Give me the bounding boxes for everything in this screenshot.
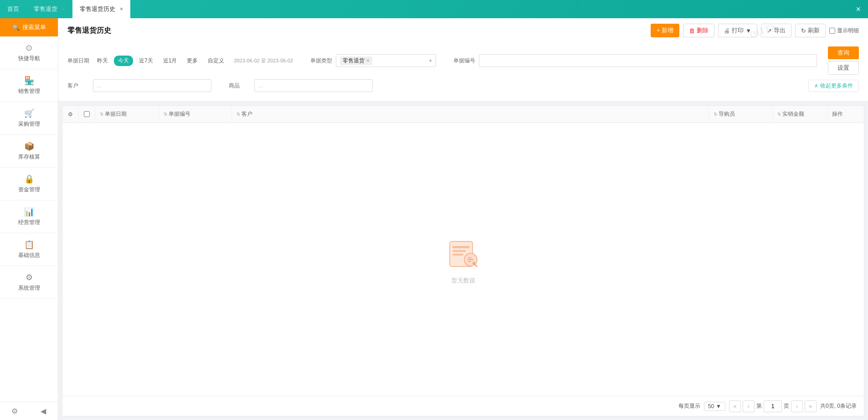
sidebar-search[interactable]: 🔍 搜索菜单 bbox=[0, 18, 58, 36]
sidebar-bottom: ⚙ ◀ bbox=[0, 402, 58, 420]
inventory-icon: 📦 bbox=[24, 141, 34, 151]
layout: 🔍 搜索菜单 ⊙ 快捷导航 🏪 销售管理 🛒 采购管理 📦 库存核算 🔒 bbox=[0, 18, 868, 420]
sidebar-item-inventory[interactable]: 📦 库存核算 bbox=[0, 135, 58, 168]
tab-home[interactable]: 首页 bbox=[0, 0, 26, 18]
sidebar-fold-btn[interactable]: ◀ bbox=[29, 402, 58, 420]
date-7days[interactable]: 近7天 bbox=[135, 56, 157, 66]
first-page-btn[interactable]: « bbox=[729, 400, 741, 412]
refresh-button[interactable]: ↻ 刷新 bbox=[795, 24, 826, 37]
sidebar-items: ⊙ 快捷导航 🏪 销售管理 🛒 采购管理 📦 库存核算 🔒 资金管理 📊 bbox=[0, 36, 58, 402]
th-settings[interactable]: ⚙ bbox=[62, 106, 79, 123]
sidebar-item-quick-nav[interactable]: ⊙ 快捷导航 bbox=[0, 36, 58, 69]
date-custom[interactable]: 自定义 bbox=[204, 56, 228, 66]
settings-button[interactable]: 设置 bbox=[828, 61, 859, 75]
fold-icon: ◀ bbox=[41, 407, 46, 415]
export-icon: ↗ bbox=[767, 27, 772, 34]
page-number-input[interactable] bbox=[764, 400, 782, 412]
next-page-btn[interactable]: › bbox=[791, 400, 803, 412]
customer-placeholder: ... bbox=[97, 82, 102, 89]
page-title: 零售退货历史 bbox=[67, 26, 111, 36]
goods-select[interactable]: ... bbox=[254, 79, 373, 92]
sidebar-item-operations[interactable]: 📊 经营管理 bbox=[0, 200, 58, 233]
date-filter: 昨天 今天 近7天 近1月 更多 自定义 bbox=[93, 56, 228, 66]
sidebar-item-label: 采购管理 bbox=[18, 120, 40, 128]
show-detail-checkbox[interactable]: 显示明细 bbox=[829, 27, 859, 35]
query-button[interactable]: 查询 bbox=[828, 46, 859, 59]
last-page-btn[interactable]: » bbox=[805, 400, 817, 412]
goods-label: 商品 bbox=[229, 82, 252, 90]
prev-page-btn[interactable]: ‹ bbox=[743, 400, 755, 412]
collapse-icon: ∧ bbox=[814, 82, 818, 89]
empty-icon bbox=[445, 235, 482, 271]
date-more[interactable]: 更多 bbox=[183, 56, 202, 66]
th-customer[interactable]: ⇅ 客户 bbox=[232, 106, 709, 123]
sidebar-item-sales[interactable]: 🏪 销售管理 bbox=[0, 69, 58, 102]
filter-row-2: 客户 ... 商品 ... bbox=[67, 79, 859, 92]
doc-num-label: 单据编号 bbox=[453, 57, 476, 65]
tab-retail-return[interactable]: 零售退货 × bbox=[26, 0, 72, 18]
doc-num-input[interactable] bbox=[479, 54, 817, 67]
sidebar-settings-btn[interactable]: ⚙ bbox=[0, 402, 29, 420]
date-range-display: 2023-06-02 至 2023-06-02 bbox=[234, 57, 293, 64]
goods-filter-item: 商品 ... bbox=[229, 79, 373, 92]
page-header: 零售退货历史 + 新增 🗑 删除 🖨 打印 ▼ ↗ bbox=[58, 18, 868, 102]
empty-text: 暂无数据 bbox=[452, 277, 475, 285]
show-detail-input[interactable] bbox=[829, 28, 835, 34]
delete-button[interactable]: 🗑 删除 bbox=[683, 24, 714, 37]
sort-icon-customer: ⇅ bbox=[236, 112, 240, 117]
date-today[interactable]: 今天 bbox=[114, 56, 133, 66]
tab-bar: 首页 零售退货 × 零售退货历史 × bbox=[0, 0, 848, 18]
basic-icon: 📋 bbox=[24, 240, 34, 250]
filter-area: 单据日期 昨天 今天 近7天 近1月 更多 自定义 2023-06-02 至 2… bbox=[67, 42, 859, 101]
purchase-icon: 🛒 bbox=[24, 108, 34, 118]
customer-select[interactable]: ... bbox=[93, 79, 211, 92]
th-checkbox[interactable] bbox=[79, 106, 95, 123]
doc-num-filter-item: 单据编号 bbox=[453, 54, 817, 67]
per-page-label: 每页显示 bbox=[678, 402, 700, 410]
sidebar-item-system[interactable]: ⚙ 系统管理 bbox=[0, 266, 58, 299]
th-amount[interactable]: ⇅ 实销金额 bbox=[773, 106, 827, 123]
page-label: 第 bbox=[756, 402, 762, 410]
doc-type-tag: 零售退货 × bbox=[340, 56, 372, 65]
date-yesterday[interactable]: 昨天 bbox=[93, 56, 112, 66]
print-button[interactable]: 🖨 打印 ▼ bbox=[718, 24, 757, 37]
sidebar-item-basic[interactable]: 📋 基础信息 bbox=[0, 233, 58, 266]
th-date[interactable]: ⇅ 单据日期 bbox=[95, 106, 159, 123]
search-icon: 🔍 bbox=[12, 24, 20, 31]
table-settings-icon: ⚙ bbox=[68, 111, 73, 118]
goods-placeholder: ... bbox=[258, 82, 263, 89]
customer-label: 客户 bbox=[67, 82, 90, 90]
tab-retail-return-history-close[interactable]: × bbox=[120, 6, 123, 12]
tab-retail-return-history[interactable]: 零售退货历史 × bbox=[72, 0, 130, 18]
th-guide[interactable]: ⇅ 导购员 bbox=[709, 106, 773, 123]
doc-type-filter-item: 单据类型 零售退货 × ▾ bbox=[310, 54, 436, 67]
sidebar-item-label: 基础信息 bbox=[18, 251, 40, 259]
new-button[interactable]: + 新增 bbox=[651, 24, 679, 37]
settings-icon: ⚙ bbox=[11, 407, 18, 415]
tab-retail-return-close[interactable]: × bbox=[62, 6, 65, 12]
page-size-select[interactable]: 50 ▼ bbox=[704, 402, 725, 411]
action-buttons: 查询 设置 bbox=[828, 46, 859, 75]
total-text: 共0页, 0条记录 bbox=[820, 402, 857, 410]
svg-rect-2 bbox=[452, 250, 466, 252]
empty-state: 暂无数据 bbox=[62, 123, 864, 396]
date-filter-item: 单据日期 昨天 今天 近7天 近1月 更多 自定义 bbox=[67, 56, 228, 66]
select-all-checkbox[interactable] bbox=[84, 111, 90, 117]
sidebar-item-label: 快捷导航 bbox=[18, 55, 40, 62]
sidebar-item-finance[interactable]: 🔒 资金管理 bbox=[0, 168, 58, 200]
collapse-button[interactable]: ∧ 收起更多条件 bbox=[808, 80, 859, 92]
svg-rect-1 bbox=[452, 246, 470, 248]
per-page-arrow: ▼ bbox=[716, 403, 721, 410]
th-num[interactable]: ⇅ 单据编号 bbox=[159, 106, 232, 123]
sidebar-item-label: 资金管理 bbox=[18, 186, 40, 194]
sales-icon: 🏪 bbox=[24, 76, 34, 86]
sidebar-item-purchase[interactable]: 🛒 采购管理 bbox=[0, 102, 58, 135]
th-action: 操作 bbox=[827, 106, 864, 123]
export-button[interactable]: ↗ 导出 bbox=[761, 24, 791, 37]
doc-type-remove[interactable]: × bbox=[366, 57, 370, 64]
date-1month[interactable]: 近1月 bbox=[159, 56, 181, 66]
doc-type-select[interactable]: 零售退货 × ▾ bbox=[336, 54, 436, 67]
window-close-button[interactable]: × bbox=[848, 5, 868, 14]
svg-rect-3 bbox=[452, 254, 463, 256]
print-icon: 🖨 bbox=[724, 27, 730, 34]
